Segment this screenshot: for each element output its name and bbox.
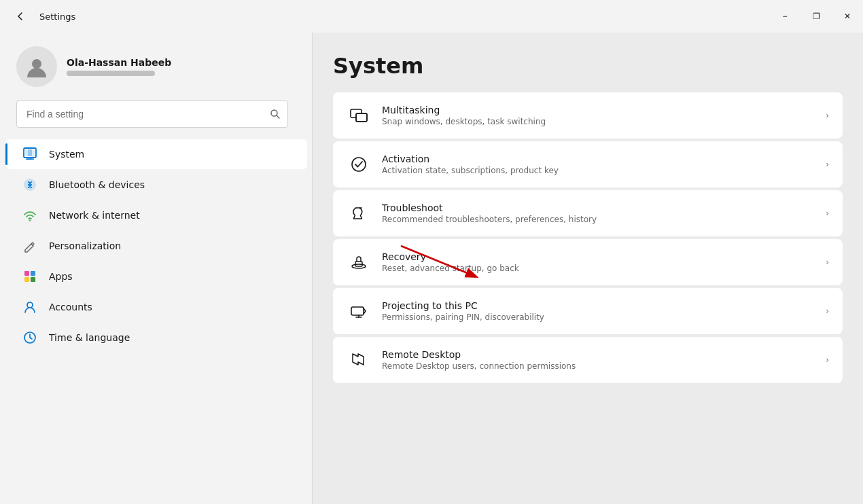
close-button[interactable]: ✕: [832, 0, 863, 33]
user-subtitle-bar: [67, 71, 155, 76]
multitasking-title: Multitasking: [382, 105, 815, 115]
projecting-text: Projecting to this PC Permissions, pairi…: [382, 300, 815, 322]
multitasking-text: Multitasking Snap windows, desktops, tas…: [382, 105, 815, 126]
svg-rect-4: [28, 149, 32, 156]
settings-item-projecting[interactable]: Projecting to this PC Permissions, pairi…: [333, 288, 843, 334]
svg-point-8: [29, 219, 31, 221]
settings-item-multitasking[interactable]: Multitasking Snap windows, desktops, tas…: [333, 92, 843, 139]
svg-point-18: [352, 158, 366, 171]
search-input[interactable]: [27, 109, 264, 120]
activation-desc: Activation state, subscriptions, product…: [382, 166, 815, 175]
search-container: [0, 101, 313, 139]
sidebar-item-network[interactable]: Network & internet: [5, 200, 307, 230]
recovery-chevron: ›: [826, 257, 829, 267]
main-layout: Ola-Hassan Habeeb: [0, 33, 863, 504]
settings-item-remotedesktop[interactable]: Remote Desktop Remote Desktop users, con…: [333, 337, 843, 383]
remotedesktop-title: Remote Desktop: [382, 349, 815, 360]
svg-rect-10: [31, 271, 35, 276]
system-icon: [22, 146, 38, 162]
sidebar: Ola-Hassan Habeeb: [0, 33, 313, 504]
svg-rect-5: [27, 158, 33, 159]
svg-rect-23: [351, 307, 364, 315]
multitasking-chevron: ›: [826, 111, 829, 120]
projecting-desc: Permissions, pairing PIN, discoverabilit…: [382, 312, 815, 322]
titlebar: Settings − ❐ ✕: [0, 0, 863, 33]
sidebar-item-apps[interactable]: Apps: [5, 262, 307, 291]
remotedesktop-icon: [347, 348, 371, 372]
user-info: Ola-Hassan Habeeb: [67, 57, 171, 76]
multitasking-desc: Snap windows, desktops, task switching: [382, 117, 815, 126]
sidebar-item-label-apps: Apps: [49, 271, 73, 282]
network-icon: [22, 207, 38, 223]
recovery-text: Recovery Reset, advanced startup, go bac…: [382, 251, 815, 273]
sidebar-item-label-personalization: Personalization: [49, 240, 121, 251]
sidebar-item-bluetooth[interactable]: Bluetooth & devices: [5, 170, 307, 200]
sidebar-item-system[interactable]: System: [5, 139, 307, 169]
sidebar-item-label-system: System: [49, 149, 84, 160]
projecting-title: Projecting to this PC: [382, 300, 815, 311]
sidebar-nav: System Bluetooth & devices: [0, 139, 313, 353]
sidebar-item-label-bluetooth: Bluetooth & devices: [49, 179, 145, 190]
content-area: System Multitasking Snap windows, deskto: [313, 33, 863, 504]
maximize-button[interactable]: ❐: [800, 0, 832, 33]
sidebar-item-accounts[interactable]: Accounts: [5, 292, 307, 322]
sidebar-item-personalization[interactable]: Personalization: [5, 231, 307, 261]
window-controls: − ❐ ✕: [769, 0, 863, 33]
settings-item-troubleshoot[interactable]: Troubleshoot Recommended troubleshooters…: [333, 190, 843, 236]
minimize-button[interactable]: −: [769, 0, 800, 33]
recovery-title: Recovery: [382, 251, 815, 262]
search-icon-button[interactable]: [270, 109, 281, 120]
troubleshoot-desc: Recommended troubleshooters, preferences…: [382, 215, 815, 224]
activation-title: Activation: [382, 154, 815, 164]
recovery-desc: Reset, advanced startup, go back: [382, 264, 815, 273]
activation-text: Activation Activation state, subscriptio…: [382, 154, 815, 175]
back-button[interactable]: [8, 4, 33, 29]
settings-list: Multitasking Snap windows, desktops, tas…: [333, 92, 843, 383]
recovery-icon: [347, 250, 371, 274]
troubleshoot-icon: [347, 201, 371, 226]
sidebar-item-label-network: Network & internet: [49, 210, 140, 221]
accounts-icon: [22, 299, 38, 315]
svg-rect-16: [356, 113, 367, 122]
activation-chevron: ›: [826, 160, 829, 169]
user-name: Ola-Hassan Habeeb: [67, 57, 171, 68]
svg-rect-12: [31, 277, 35, 282]
remotedesktop-chevron: ›: [826, 355, 829, 365]
search-box: [16, 101, 288, 128]
time-icon: [22, 329, 38, 346]
multitasking-icon: [347, 103, 371, 128]
settings-item-activation[interactable]: Activation Activation state, subscriptio…: [333, 141, 843, 187]
troubleshoot-chevron: ›: [826, 209, 829, 218]
app-title: Settings: [39, 12, 75, 22]
sidebar-item-time[interactable]: Time & language: [5, 323, 307, 353]
troubleshoot-text: Troubleshoot Recommended troubleshooters…: [382, 202, 815, 224]
troubleshoot-title: Troubleshoot: [382, 202, 815, 213]
page-title: System: [333, 53, 843, 79]
remotedesktop-desc: Remote Desktop users, connection permiss…: [382, 361, 815, 371]
svg-point-0: [32, 59, 41, 69]
svg-rect-6: [26, 159, 34, 160]
sidebar-item-label-accounts: Accounts: [49, 302, 92, 312]
apps-icon: [22, 268, 38, 285]
projecting-chevron: ›: [826, 306, 829, 316]
activation-icon: [347, 152, 371, 177]
projecting-icon: [347, 299, 371, 323]
settings-list-wrapper: Multitasking Snap windows, desktops, tas…: [333, 92, 843, 383]
personalization-icon: [22, 238, 38, 254]
remotedesktop-text: Remote Desktop Remote Desktop users, con…: [382, 349, 815, 371]
bluetooth-icon: [22, 177, 38, 193]
sidebar-item-label-time: Time & language: [49, 332, 130, 343]
svg-rect-9: [24, 271, 29, 276]
svg-point-7: [24, 179, 36, 191]
settings-item-recovery[interactable]: Recovery Reset, advanced startup, go bac…: [333, 239, 843, 285]
svg-point-13: [27, 302, 33, 308]
svg-rect-11: [24, 277, 29, 282]
user-profile[interactable]: Ola-Hassan Habeeb: [0, 33, 313, 101]
avatar: [16, 46, 57, 87]
